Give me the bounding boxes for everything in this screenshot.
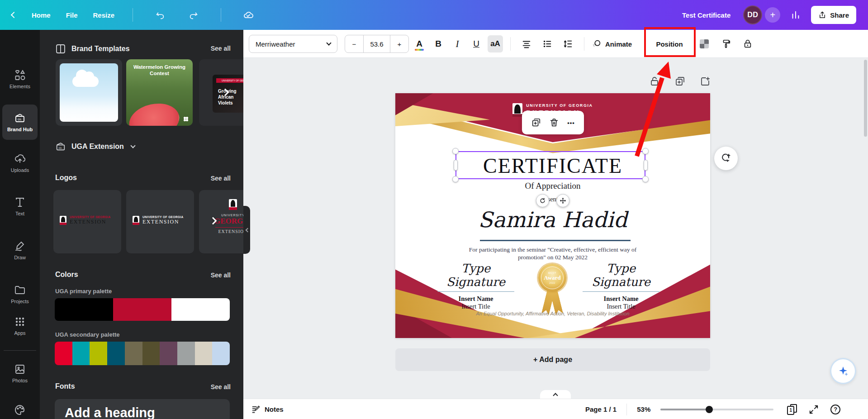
swatch[interactable] bbox=[177, 342, 195, 365]
sidebar-item-uploads[interactable]: Uploads bbox=[0, 153, 40, 173]
more-options-button[interactable]: ••• bbox=[567, 119, 575, 126]
template-card-sky[interactable] bbox=[56, 59, 122, 126]
font-sample-card[interactable]: Add a heading bbox=[55, 399, 230, 419]
certificate-footer[interactable]: An Equal Opportunity, Affirmative Action… bbox=[395, 311, 710, 316]
signature-block-right[interactable]: Type Signature Insert Name Insert Title bbox=[583, 262, 659, 310]
certificate-body[interactable]: For participating in the seminar "Creati… bbox=[395, 246, 710, 261]
swatch[interactable] bbox=[142, 342, 160, 365]
magic-assistant-button[interactable] bbox=[831, 359, 855, 383]
lock-button[interactable] bbox=[739, 35, 756, 52]
secondary-palette[interactable] bbox=[55, 342, 230, 365]
swatch[interactable] bbox=[171, 298, 230, 321]
text-color-button[interactable]: A bbox=[412, 35, 427, 52]
undo-icon[interactable] bbox=[151, 6, 169, 24]
collapse-bottom-bar[interactable] bbox=[540, 390, 571, 399]
insights-icon[interactable] bbox=[787, 6, 805, 24]
sidebar-item-apps[interactable]: Apps bbox=[0, 316, 40, 336]
selection-handle-se[interactable] bbox=[642, 176, 649, 182]
duplicate-page-icon[interactable] bbox=[674, 76, 685, 87]
template-card-violets[interactable]: UNIVERSITY OF GEORGIA EXTENSION Growing … bbox=[199, 59, 243, 126]
primary-palette[interactable] bbox=[55, 298, 230, 321]
copy-style-button[interactable] bbox=[717, 35, 735, 52]
logo-card-white[interactable]: UNIVERSITY OF GEORGIA EXTENSION bbox=[126, 190, 194, 253]
swatch[interactable] bbox=[55, 342, 72, 365]
font-size-value[interactable]: 53.6 bbox=[363, 35, 390, 52]
transparency-button[interactable] bbox=[696, 35, 713, 52]
sidebar-item-text[interactable]: Text bbox=[0, 196, 40, 216]
spacing-button[interactable] bbox=[560, 35, 577, 52]
add-page-button[interactable]: + Add page bbox=[395, 348, 710, 371]
brand-kit-selector[interactable]: co. UGA Extension bbox=[55, 141, 135, 152]
file-menu[interactable]: File bbox=[66, 11, 78, 19]
delete-icon[interactable] bbox=[549, 118, 559, 128]
animate-button[interactable]: Animate bbox=[592, 39, 632, 49]
sidebar-item-photos[interactable]: Photos bbox=[0, 363, 40, 383]
rotate-handle[interactable] bbox=[536, 194, 549, 207]
duplicate-icon[interactable] bbox=[531, 118, 541, 128]
text-case-button[interactable]: aA bbox=[488, 35, 503, 52]
sidebar-item-styles[interactable]: Styles bbox=[0, 404, 40, 419]
alignment-button[interactable] bbox=[518, 35, 535, 52]
underline-button[interactable]: U bbox=[469, 35, 484, 52]
colors-see-all[interactable]: See all bbox=[211, 271, 231, 279]
selection-handle-sw[interactable] bbox=[452, 176, 459, 182]
signature-block-left[interactable]: Type Signature Insert Name Insert Title bbox=[437, 262, 514, 310]
swatch[interactable] bbox=[90, 342, 107, 365]
sidebar-item-projects[interactable]: Projects bbox=[0, 284, 40, 304]
canvas-scrollbar[interactable] bbox=[864, 60, 867, 397]
sidebar-item-brand-hub[interactable]: co. Brand Hub bbox=[0, 112, 40, 132]
bold-button[interactable]: B bbox=[431, 35, 446, 52]
zoom-slider-thumb[interactable] bbox=[706, 406, 713, 413]
template-card-watermelon[interactable]: Watermelon Growing Contest bbox=[126, 59, 193, 126]
comment-button[interactable] bbox=[714, 147, 738, 170]
font-family-select[interactable]: Merriweather bbox=[249, 35, 337, 53]
swatch[interactable] bbox=[160, 342, 177, 365]
redo-icon[interactable] bbox=[185, 6, 203, 24]
add-page-icon[interactable] bbox=[700, 76, 711, 87]
swatch[interactable] bbox=[72, 342, 90, 365]
logo-card-vertical[interactable]: UNIVERSITY GEORGIA EXTENSION bbox=[199, 190, 243, 253]
grid-view-button[interactable]: 1 bbox=[787, 404, 797, 415]
swatch[interactable] bbox=[113, 298, 171, 321]
font-size-decrease[interactable]: − bbox=[345, 35, 363, 52]
font-size-increase[interactable]: + bbox=[390, 35, 408, 52]
fullscreen-icon[interactable] bbox=[809, 405, 819, 414]
italic-button[interactable]: I bbox=[450, 35, 465, 52]
logos-see-all[interactable]: See all bbox=[211, 175, 231, 182]
present-to-text[interactable]: Present to: bbox=[395, 195, 710, 203]
scrollbar-thumb[interactable] bbox=[864, 60, 867, 137]
selection-handle-e[interactable] bbox=[644, 160, 648, 171]
back-icon[interactable] bbox=[11, 12, 17, 18]
page-lock-icon[interactable] bbox=[649, 76, 660, 87]
recipient-name[interactable]: Samira Hadid bbox=[395, 207, 710, 232]
fonts-see-all[interactable]: See all bbox=[211, 383, 231, 390]
document-title[interactable]: Test Certificate bbox=[682, 11, 730, 19]
logo-card-color[interactable]: UNIVERSITY OF GEORGIA EXTENSION bbox=[53, 190, 121, 253]
swatch[interactable] bbox=[55, 298, 113, 321]
position-button[interactable]: Position bbox=[648, 30, 691, 58]
sidebar-item-elements[interactable]: Elements bbox=[0, 69, 40, 89]
swatch[interactable] bbox=[107, 342, 125, 365]
swatch[interactable] bbox=[212, 342, 230, 365]
sidebar-item-draw[interactable]: Draw bbox=[0, 240, 40, 260]
templates-see-all[interactable]: See all bbox=[211, 45, 231, 52]
help-button[interactable]: ? bbox=[830, 405, 840, 414]
list-button[interactable] bbox=[539, 35, 556, 52]
notes-button[interactable]: Notes bbox=[251, 399, 284, 419]
home-button[interactable]: Home bbox=[32, 11, 51, 19]
selection-handle-nw[interactable] bbox=[452, 148, 459, 154]
page-indicator[interactable]: Page 1 / 1 bbox=[585, 405, 617, 413]
zoom-slider[interactable] bbox=[660, 409, 773, 410]
panel-collapse-handle[interactable] bbox=[243, 206, 250, 254]
best-award-badge[interactable]: BEST Award 2022 bbox=[538, 264, 566, 292]
share-button[interactable]: Share bbox=[811, 6, 856, 24]
swatch[interactable] bbox=[195, 342, 213, 365]
selection-handle-ne[interactable] bbox=[642, 148, 649, 154]
add-member-button[interactable]: + bbox=[765, 7, 780, 23]
resize-menu[interactable]: Resize bbox=[93, 11, 115, 19]
swatch[interactable] bbox=[125, 342, 142, 365]
design-canvas[interactable]: UNIVERSITY OF GEORGIA EXTENSION CERTIFIC… bbox=[243, 58, 868, 399]
certificate-subtitle[interactable]: Of Appreciation bbox=[395, 181, 710, 191]
move-handle[interactable] bbox=[556, 194, 569, 207]
selection-box[interactable] bbox=[455, 151, 645, 179]
